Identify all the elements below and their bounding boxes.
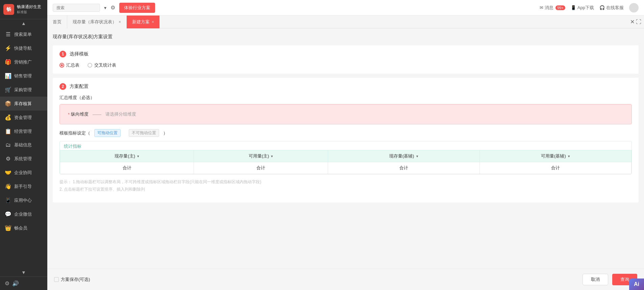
indicator-setting-close-paren: ）	[163, 130, 168, 136]
sidebar-item-sales[interactable]: 📊 销售管理	[0, 69, 47, 83]
save-label: 方案保存(可选)	[61, 276, 90, 283]
chevron-down-icon: ▾	[137, 154, 139, 159]
tip1: 1.拖动标题栏可以调整布局，不可跨维度或指标区域拖动栏目字段(只能在同一维度或指…	[73, 179, 261, 184]
sidebar-logo: 畅 畅康通好生意 标准版	[0, 0, 47, 19]
user-avatar[interactable]	[629, 3, 639, 13]
step1-num: 1	[59, 51, 66, 57]
app-logo-icon: 畅	[3, 4, 14, 15]
sidebar-item-operations[interactable]: 📋 经营管理	[0, 124, 47, 138]
finance-icon: 💰	[5, 114, 11, 121]
col-available-aux[interactable]: 可用量(基辅) ▾	[479, 150, 631, 162]
no-drag-badge: 不可拖动位置	[129, 129, 159, 137]
col-available-main[interactable]: 可用量(主) ▾	[194, 150, 328, 162]
topbar-right: ✉ 消息 99+ 📱 App下载 🎧 在线客服	[540, 3, 639, 13]
sidebar-settings-button[interactable]: ⚙	[5, 280, 9, 287]
sidebar-item-inventory[interactable]: 📦 库存核算	[0, 97, 47, 111]
sidebar-scroll-up[interactable]: ▲	[0, 19, 47, 27]
tab-new-plan[interactable]: 新建方案 ×	[127, 16, 160, 28]
table-cell: 合计	[328, 162, 479, 174]
sidebar: 畅 畅康通好生意 标准版 ▲ ☰ 搜索菜单 ⚡ 快捷导航 🎁 营销推广 📊 销售…	[0, 0, 47, 290]
dimension-sep: ——	[93, 112, 101, 117]
tab-close-inventory[interactable]: ×	[119, 20, 121, 24]
chevron-down-icon: ▾	[271, 154, 273, 159]
radio-summary[interactable]	[59, 63, 64, 68]
sidebar-item-label: 库存核算	[14, 101, 32, 107]
tab-collapse-button[interactable]: ✕	[630, 19, 635, 25]
member-icon: 👑	[5, 225, 11, 231]
tab-inventory-status[interactable]: 现存量（库存状况表） ×	[67, 16, 127, 28]
sidebar-item-purchase[interactable]: 🛒 采购管理	[0, 83, 47, 97]
cancel-button[interactable]: 取消	[583, 274, 608, 285]
sidebar-scroll-down[interactable]: ▼	[0, 268, 47, 276]
basic-info-icon: 🗂	[5, 142, 11, 148]
online-service-button[interactable]: 🎧 在线客服	[599, 5, 624, 11]
dimension-required-mark: *	[68, 112, 70, 117]
stats-table-wrapper: 统计指标 现存量(主) ▾ 可用量	[59, 141, 632, 174]
dimension-placeholder: 请选择分组维度	[105, 111, 136, 117]
app-center-icon: 📱	[5, 197, 11, 203]
drag-badge: 可拖动位置	[94, 129, 121, 137]
industry-solution-button[interactable]: 体验行业方案	[119, 3, 155, 13]
radio-cross[interactable]	[88, 63, 92, 68]
sidebar-item-finance[interactable]: 💰 资金管理	[0, 111, 47, 124]
tabs-bar: 首页 现存量（库存状况表） × 新建方案 × ✕ ⛶	[47, 16, 644, 28]
message-button[interactable]: ✉ 消息 99+	[540, 5, 565, 11]
sidebar-item-wechat[interactable]: 💬 企业微信	[0, 207, 47, 221]
tip2: 2. 点击标题栏下拉可设置排序、插入列和删除列	[59, 187, 145, 192]
wechat-icon: 💬	[5, 211, 11, 217]
sidebar-bottom: ⚙ 🔊	[0, 276, 47, 290]
topbar-gear-button[interactable]: ⚙	[110, 4, 115, 11]
template-option-summary[interactable]: 汇总表	[59, 62, 79, 68]
tab-expand-button[interactable]: ⛶	[636, 19, 641, 25]
sidebar-item-label: 快捷导航	[14, 45, 32, 51]
sidebar-sound-button[interactable]: 🔊	[12, 280, 19, 287]
template-option-cross[interactable]: 交叉统计表	[88, 62, 116, 68]
sidebar-item-label: 企业协同	[14, 170, 32, 176]
tab-home[interactable]: 首页	[47, 16, 67, 28]
sidebar-item-member[interactable]: 👑 畅会员	[0, 221, 47, 235]
main-area: ▾ ⚙ 体验行业方案 ✉ 消息 99+ 📱 App下载 🎧 在线客服 首页	[47, 0, 644, 290]
sidebar-item-system[interactable]: ⚙ 系统管理	[0, 152, 47, 166]
step2-card: 2 方案配置 汇总维度（必选） * 纵向维度 —— 请选择分组维度 模板指标设定…	[53, 78, 639, 202]
dimension-box[interactable]: * 纵向维度 —— 请选择分组维度	[59, 104, 632, 124]
sidebar-item-label: 基础信息	[14, 142, 32, 148]
sidebar-item-label: 经营管理	[14, 128, 32, 135]
col-current-aux[interactable]: 现存量(基辅) ▾	[328, 150, 479, 162]
tab-close-new-plan[interactable]: ×	[152, 20, 154, 24]
sidebar-item-app-center[interactable]: 📱 应用中心	[0, 193, 47, 207]
sidebar-item-newbie[interactable]: 👋 新手引导	[0, 179, 47, 193]
sidebar-item-label: 资金管理	[14, 115, 32, 121]
step2-num: 2	[59, 83, 66, 90]
sidebar-item-basic-info[interactable]: 🗂 基础信息	[0, 138, 47, 152]
app-download-button[interactable]: 📱 App下载	[571, 5, 594, 11]
topbar-dropdown-button[interactable]: ▾	[104, 5, 106, 10]
operations-icon: 📋	[5, 128, 11, 135]
sidebar-item-enterprise[interactable]: 🤝 企业协同	[0, 166, 47, 179]
template-options: 汇总表 交叉统计表	[59, 62, 632, 68]
page-title: 现存量(库存状况表)方案设置	[53, 34, 639, 40]
topbar-search-input[interactable]	[53, 4, 100, 12]
sidebar-item-search-menu[interactable]: ☰ 搜索菜单	[0, 27, 47, 41]
indicator-setting-row: 模板指标设定（ 可拖动位置 不可拖动位置 ）	[59, 129, 632, 137]
enterprise-icon: 🤝	[5, 169, 11, 176]
save-option: 方案保存(可选)	[54, 276, 90, 283]
sidebar-item-label: 企业微信	[14, 211, 32, 217]
step2-header: 2 方案配置	[59, 83, 632, 90]
sidebar-item-label: 应用中心	[14, 197, 32, 203]
headset-icon: 🎧	[599, 5, 605, 10]
tab-label: 首页	[53, 19, 61, 25]
sidebar-item-label: 系统管理	[14, 156, 32, 162]
indicator-setting-label: 模板指标设定（	[59, 130, 90, 136]
col-current-main[interactable]: 现存量(主) ▾	[60, 150, 194, 162]
sidebar-item-quick-nav[interactable]: ⚡ 快捷导航	[0, 41, 47, 55]
sidebar-item-marketing[interactable]: 🎁 营销推广	[0, 55, 47, 69]
ai-badge[interactable]: Ai	[629, 279, 644, 290]
inventory-icon: 📦	[5, 100, 11, 107]
dimension-section-label: 汇总维度（必选）	[59, 95, 632, 101]
save-checkbox[interactable]	[54, 277, 59, 282]
step1-card: 1 选择模板 汇总表 交叉统计表	[53, 45, 639, 74]
page-content: 现存量(库存状况表)方案设置 1 选择模板 汇总表 交叉统计表 2	[47, 28, 644, 269]
sidebar-item-label: 采购管理	[14, 87, 32, 93]
newbie-icon: 👋	[5, 183, 11, 190]
stats-table-header-label: 统计指标	[60, 141, 631, 150]
